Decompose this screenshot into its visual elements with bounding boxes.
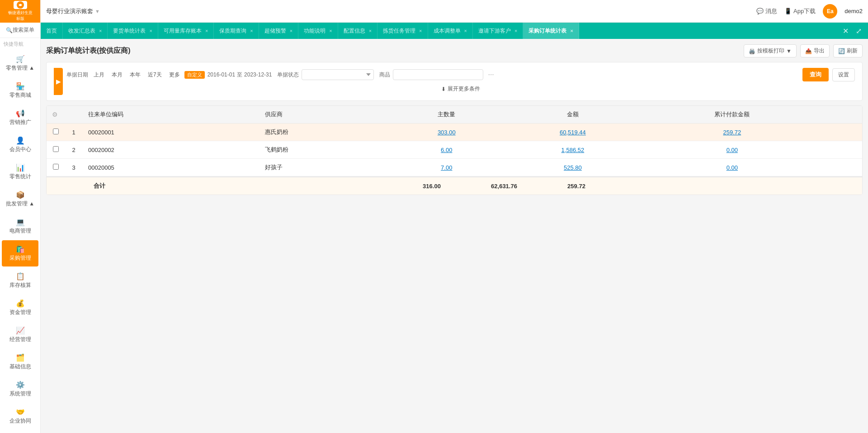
close-tab-button[interactable]: ✕ [840,26,851,36]
sidebar-item-ecommerce[interactable]: 💻 电商管理 [2,213,38,239]
date-range: 2016-01-01 至 2023-12-31 [208,71,272,79]
maximize-tab-button[interactable]: ⤢ [853,26,864,36]
nav-tab-close-keyongliangkucunzhangben[interactable]: × [205,28,208,33]
sidebar-item-label-member: 会员中心 [9,146,31,153]
sidebar-item-operations[interactable]: 📈 经营管理 [2,322,38,348]
shortcut-more[interactable]: 更多 [166,70,183,80]
row-paid-1[interactable]: 259.72 [644,124,821,141]
nav-tab-shoufahuizongjibiao[interactable]: 收发汇总表× [63,23,108,39]
workspace-selector[interactable]: 母婴行业演示账套 ▼ [46,7,100,15]
date-from: 2016-01-01 [208,71,235,78]
sidebar-item-retail-stats[interactable]: 📊 零售统计 [2,159,38,185]
nav-tab-yaohuodantongjibiao[interactable]: 要货单统计表× [108,23,158,39]
sidebar-item-guide[interactable]: 🎯 新手引导 [2,430,38,433]
goods-more-button[interactable]: ··· [486,71,495,79]
refresh-button[interactable]: 🔄 刷新 [833,44,863,57]
nav-tab-peizhi[interactable]: 配置信息× [338,23,377,39]
filter-area: ▶ 单据日期 上月 本月 本年 近7天 更多 自定义 [46,62,863,101]
expand-more-label: 展开更多条件 [448,85,480,93]
sidebar-item-icon-finance: 💰 [16,299,25,308]
th-amount: 金额 [502,106,644,124]
sidebar-item-inventory[interactable]: 📋 库存核算 [2,267,38,294]
row-code-2: 00020002 [83,141,259,159]
row-paid-2[interactable]: 0.00 [644,141,821,159]
shortcut-7days[interactable]: 近7天 [145,70,165,80]
nav-tab-close-baozhiqixuncha[interactable]: × [250,28,253,33]
sidebar-item-label-purchase: 采购管理 [9,254,31,262]
row-quantity-3[interactable]: 7.00 [392,159,502,176]
sidebar-item-retail-mall[interactable]: 🏪 零售商城 [2,77,38,104]
nav-tab-close-caigoudantongjibiao[interactable]: × [570,28,573,33]
settings-button[interactable]: 设置 [832,68,855,81]
row-quantity-1[interactable]: 303.00 [392,124,502,141]
export-button[interactable]: 📤 导出 [800,44,830,57]
sidebar-item-retail-mgmt[interactable]: 🛒 零售管理 ▲ [2,50,38,76]
table-row: 2 00020002 飞鹤奶粉 6.00 1,586.52 0.00 [47,141,862,159]
nav-tab-label-yaohuodantongjibiao: 要货单统计表 [113,27,146,35]
row-checkbox-2[interactable] [53,146,59,152]
nav-tab-close-yaohuodantongjibiao[interactable]: × [149,28,152,33]
nav-tab-chengbentiaozhen[interactable]: 成本调整单× [428,23,473,39]
row-checkbox-1[interactable] [53,128,59,134]
nav-tab-close-chengbentiaozhen[interactable]: × [464,28,467,33]
shortcut-this-year[interactable]: 本年 [127,70,143,80]
nav-tab-yaoqingxiayouke[interactable]: 邀请下游客户× [473,23,523,39]
nav-tab-close-gongnengshuo[interactable]: × [329,28,332,33]
row-check-2[interactable] [47,141,65,159]
row-paid-3[interactable]: 0.00 [644,159,821,176]
settings-col-icon[interactable]: ⚙ [52,111,58,118]
sidebar-item-purchase[interactable]: 🛍️ 采购管理 [2,240,38,266]
user-name: demo2 [844,8,863,14]
row-check-1[interactable] [47,124,65,141]
logo-sub: 标版 [16,16,24,22]
sidebar-item-icon-retail-stats: 📊 [16,163,25,172]
status-select[interactable] [302,69,374,80]
goods-input[interactable] [393,69,483,80]
sidebar-item-marketing[interactable]: 📢 营销推广 [2,105,38,131]
sidebar-item-member[interactable]: 👤 会员中心 [2,132,38,158]
sidebar-item-label-retail-stats: 零售统计 [9,173,31,181]
expand-more-filter[interactable]: ⬇ 展开更多条件 [66,85,855,93]
workspace-name: 母婴行业演示账套 [46,7,93,15]
row-quantity-2[interactable]: 6.00 [392,141,502,159]
data-table: ⚙ 往来单位编码 供应商 主数量 金额 累计付款金额 1 00020001 [47,106,862,176]
nav-tab-label-chengbentiaozhen: 成本调整单 [434,27,461,35]
shortcut-last-month[interactable]: 上月 [91,70,107,80]
row-check-3[interactable] [47,159,65,176]
sidebar-item-basic[interactable]: 🗂️ 基础信息 [2,349,38,375]
row-amount-1[interactable]: 60,519.44 [502,124,644,141]
row-amount-3[interactable]: 525.80 [502,159,644,176]
nav-tab-close-peihuorenwuguanli[interactable]: × [419,28,422,33]
sidebar-item-enterprise[interactable]: 🤝 企业协同 [2,403,38,429]
nav-tab-peihuorenwuguanli[interactable]: 拣货任务管理× [377,23,428,39]
nav-tab-baozhiqixuncha[interactable]: 保质期查询× [214,23,259,39]
sidebar-item-icon-retail-mall: 🏪 [16,82,25,90]
message-action[interactable]: 💬 消息 [756,7,777,15]
sidebar-item-wholesale[interactable]: 📦 批发管理 ▲ [2,186,38,212]
logo-icon [14,1,27,9]
sidebar-item-finance[interactable]: 💰 资金管理 [2,295,38,321]
nav-tab-gongnengshuo[interactable]: 功能说明× [298,23,338,39]
row-code-1: 00020001 [83,124,259,141]
filter-toggle-button[interactable]: ▶ [54,68,63,95]
date-filter-label: 单据日期 [66,71,88,79]
row-checkbox-3[interactable] [53,164,59,170]
nav-tab-keyongliangkucunzhangben[interactable]: 可用量库存账本× [158,23,214,39]
shortcut-this-month[interactable]: 本月 [109,70,125,80]
nav-tab-close-yaoqingxiayouke[interactable]: × [514,28,517,33]
table-footer: 合计 316.00 62,631.76 259.72 [47,176,862,195]
search-menu[interactable]: 🔍 搜索菜单 [0,23,40,38]
nav-tab-home[interactable]: 首页 [41,23,63,39]
row-amount-2[interactable]: 1,586.52 [502,141,644,159]
date-filter-group: 单据日期 上月 本月 本年 近7天 更多 自定义 2016-01-01 [66,70,272,80]
nav-tab-close-chaochuyujing[interactable]: × [290,28,292,33]
sidebar-item-system[interactable]: ⚙️ 系统管理 [2,376,38,402]
nav-tab-close-peizhi[interactable]: × [369,28,372,33]
sidebar-item-label-inventory: 库存核算 [9,281,31,289]
nav-tab-close-shoufahuizongjibiao[interactable]: × [99,28,102,33]
nav-tab-caigoudantongjibiao[interactable]: 采购订单统计表× [523,23,579,39]
nav-tab-chaochuyujing[interactable]: 超储预警× [259,23,298,39]
app-download-action[interactable]: 📱 App下载 [784,7,816,15]
template-print-button[interactable]: 🖨️ 按模板打印 ▼ [744,44,797,57]
query-button[interactable]: 查询 [802,68,829,81]
